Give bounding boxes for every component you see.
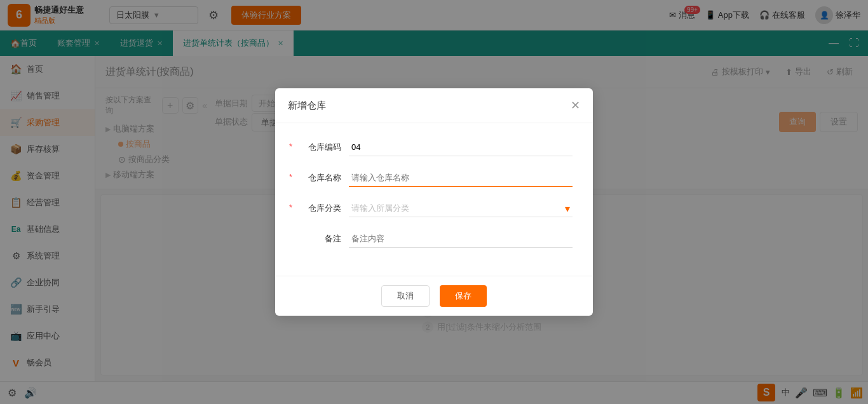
modal-footer: 取消 保存 bbox=[275, 276, 593, 316]
remark-label: 备注 bbox=[295, 233, 341, 245]
warehouse-code-input[interactable] bbox=[349, 138, 573, 156]
modal-close-button[interactable]: ✕ bbox=[571, 98, 580, 112]
form-row-code: 仓库编码 bbox=[295, 138, 573, 156]
warehouse-remark-input[interactable] bbox=[349, 230, 573, 248]
warehouse-name-input[interactable] bbox=[349, 169, 573, 187]
modal-header: 新增仓库 ✕ bbox=[275, 88, 593, 123]
warehouse-category-select[interactable]: 请输入所属分类 bbox=[349, 199, 573, 217]
code-label: 仓库编码 bbox=[295, 142, 341, 153]
category-label: 仓库分类 bbox=[295, 203, 341, 214]
cancel-button[interactable]: 取消 bbox=[381, 285, 430, 307]
modal-title: 新增仓库 bbox=[288, 100, 326, 112]
form-row-name: 仓库名称 bbox=[295, 169, 573, 187]
save-button[interactable]: 保存 bbox=[440, 285, 487, 307]
new-warehouse-modal: 新增仓库 ✕ 仓库编码 仓库名称 仓库分类 请输入所属分类 ▾ bbox=[275, 88, 593, 316]
modal-overlay: 新增仓库 ✕ 仓库编码 仓库名称 仓库分类 请输入所属分类 ▾ bbox=[0, 0, 868, 404]
name-label: 仓库名称 bbox=[295, 172, 341, 184]
category-select-wrap: 请输入所属分类 ▾ bbox=[349, 199, 573, 217]
form-row-remark: 备注 bbox=[295, 230, 573, 248]
modal-body: 仓库编码 仓库名称 仓库分类 请输入所属分类 ▾ 备注 bbox=[275, 123, 593, 276]
form-row-category: 仓库分类 请输入所属分类 ▾ bbox=[295, 199, 573, 217]
